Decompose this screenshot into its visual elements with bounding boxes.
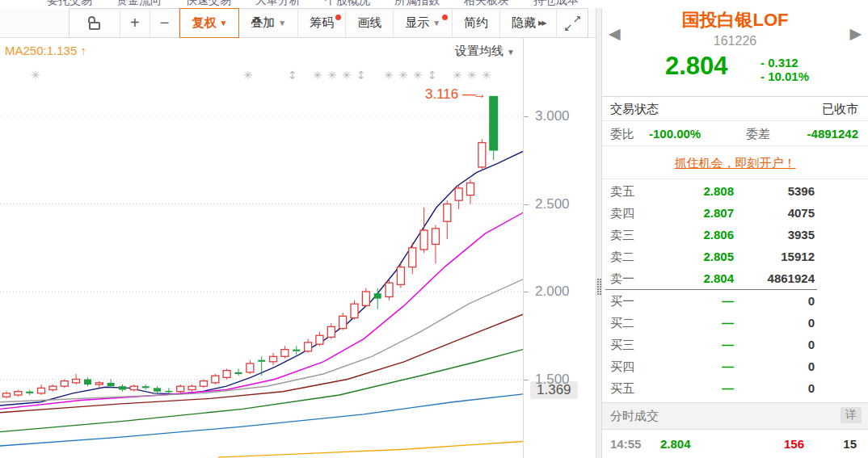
stock-code: 161226 bbox=[602, 34, 868, 48]
kline-chart[interactable]: MA250:1.135 ↑ 设置均线▼ ✳✳↕✳✳✳↕✳✳✳↕✳✳✳ 3.116… bbox=[0, 38, 523, 458]
book-price: 2.808 bbox=[651, 180, 734, 202]
dividend-marker-icon[interactable]: ✳ bbox=[413, 69, 423, 82]
quote-panel: ◀ ▶ 国投白银LOF 161226 2.804 - 0.312- 10.01%… bbox=[602, 0, 868, 458]
split-marker-icon[interactable]: ↕ bbox=[428, 69, 437, 82]
book-price: 2.806 bbox=[651, 224, 734, 246]
xianshi-button[interactable]: 显示▼ bbox=[394, 9, 453, 37]
promo-row: 抓住机会，即刻开户！ bbox=[602, 147, 868, 179]
lock-button[interactable] bbox=[70, 9, 120, 37]
book-volume: 4861924 bbox=[734, 267, 815, 289]
menu-item[interactable]: 资金流向 bbox=[116, 0, 162, 8]
jianyue-label: 简约 bbox=[464, 15, 488, 31]
split-marker-icon[interactable]: ↕ bbox=[356, 69, 366, 82]
menu-item[interactable]: 相关板块 bbox=[464, 0, 509, 8]
book-level-label: 买四 bbox=[610, 355, 634, 377]
yincang-button[interactable]: 隐藏▶▶ bbox=[500, 9, 557, 37]
book-price: 2.805 bbox=[651, 246, 734, 267]
axis-tick-label: 2.500 bbox=[535, 196, 570, 212]
sell-row[interactable]: 卖二2.80515912 bbox=[602, 246, 868, 267]
trade-status-value: 已收市 bbox=[822, 97, 858, 121]
weicha-label: 委差 bbox=[746, 122, 770, 146]
yincang-label: 隐藏 bbox=[512, 15, 536, 31]
buy-row[interactable]: 买三—0 bbox=[602, 334, 868, 355]
dividend-marker-icon[interactable]: ✳ bbox=[467, 69, 477, 82]
sell-row[interactable]: 卖三2.8063935 bbox=[602, 224, 868, 246]
book-level-label: 卖四 bbox=[610, 202, 634, 224]
buy-row[interactable]: 买一—0 bbox=[602, 290, 868, 312]
menu-item[interactable]: 个股概况 bbox=[325, 0, 370, 8]
candle bbox=[478, 139, 486, 170]
dividend-marker-icon[interactable]: ✳ bbox=[243, 69, 253, 82]
fullscreen-button[interactable]: ↗ ↙ bbox=[557, 9, 588, 37]
buy-row[interactable]: 买四—0 bbox=[602, 355, 868, 377]
tick-volume: 156 bbox=[756, 431, 804, 458]
high-price-annotation: 3.116 —→ bbox=[425, 86, 483, 103]
huaxian-button[interactable]: 画线 bbox=[346, 9, 394, 37]
tick-detail-button[interactable]: 详 bbox=[841, 407, 862, 423]
sell-row[interactable]: 卖四2.8074075 bbox=[602, 202, 868, 224]
candle bbox=[154, 386, 161, 393]
candle bbox=[281, 346, 289, 358]
candle bbox=[362, 288, 369, 308]
price-change: - 0.312- 10.01% bbox=[761, 56, 809, 83]
ma-blue bbox=[0, 394, 523, 446]
open-account-link[interactable]: 抓住机会，即刻开户！ bbox=[675, 156, 796, 170]
buy-row[interactable]: 买五—0 bbox=[602, 377, 868, 399]
candle bbox=[142, 384, 150, 390]
xianshi-label: 显示 bbox=[405, 15, 429, 31]
dividend-marker-icon[interactable]: ✳ bbox=[342, 69, 352, 82]
menu-item[interactable]: 所属指数 bbox=[394, 0, 440, 8]
book-price: — bbox=[651, 355, 734, 377]
book-level-label: 卖三 bbox=[610, 224, 634, 246]
expand-icon: ↗ bbox=[573, 13, 582, 25]
menu-item[interactable]: 持仓成本 bbox=[533, 0, 579, 8]
weibi-label: 委比 bbox=[610, 122, 634, 146]
price-axis: 1.369 3.0002.5002.0001.500 bbox=[523, 38, 596, 458]
candle bbox=[73, 374, 80, 384]
candle bbox=[3, 392, 11, 399]
axis-tick bbox=[524, 380, 529, 380]
order-book-divider bbox=[605, 289, 817, 290]
tick-row[interactable]: 14:552.80415615 bbox=[602, 431, 868, 458]
buy-row[interactable]: 买二—0 bbox=[602, 312, 868, 334]
dividend-marker-icon[interactable]: ✳ bbox=[453, 69, 462, 82]
tick-count: 15 bbox=[843, 431, 857, 458]
diejia-button[interactable]: 叠加▼ bbox=[239, 9, 298, 37]
dividend-marker-icon[interactable]: ✳ bbox=[384, 69, 394, 82]
menu-item[interactable]: 委托交易 bbox=[47, 0, 92, 8]
candle bbox=[61, 380, 68, 389]
zoom-out-button[interactable]: − bbox=[150, 9, 180, 37]
candle bbox=[246, 360, 254, 374]
dividend-marker-icon[interactable]: ✳ bbox=[327, 69, 337, 82]
menu-item[interactable]: 大单分析 bbox=[255, 0, 301, 8]
ma-orange bbox=[218, 442, 523, 458]
candle bbox=[119, 384, 126, 392]
ma250-indicator-label: MA250:1.135 ↑ bbox=[5, 44, 86, 57]
menu-item[interactable]: 快速交易 bbox=[186, 0, 231, 8]
book-level-label: 买二 bbox=[610, 312, 634, 334]
book-level-label: 买一 bbox=[610, 290, 634, 312]
dividend-marker-icon[interactable]: ✳ bbox=[31, 69, 40, 82]
candle bbox=[351, 300, 358, 320]
weibi-value: -100.00% bbox=[649, 122, 701, 146]
chouma-button[interactable]: 筹码 bbox=[298, 9, 346, 37]
panel-splitter[interactable] bbox=[596, 8, 602, 458]
dividend-marker-icon[interactable]: ✳ bbox=[398, 69, 408, 82]
chouma-label: 筹码 bbox=[310, 15, 334, 31]
toolbar-button-group: + − 复权▼ 叠加▼ 筹码 画线 显示▼ 简约 隐藏▶▶ bbox=[69, 8, 588, 38]
jianyue-button[interactable]: 简约 bbox=[453, 9, 500, 37]
split-marker-icon[interactable]: ↕ bbox=[288, 69, 297, 82]
tick-time: 14:55 bbox=[610, 431, 641, 458]
book-level-label: 卖二 bbox=[610, 246, 634, 267]
dividend-marker-icon[interactable]: ✳ bbox=[313, 69, 322, 82]
sell-row[interactable]: 卖五2.8085396 bbox=[602, 180, 868, 202]
zoom-in-button[interactable]: + bbox=[120, 9, 150, 37]
dividend-marker-icon[interactable]: ✳ bbox=[482, 69, 491, 82]
candle bbox=[444, 200, 451, 239]
candle bbox=[165, 388, 172, 393]
candle bbox=[15, 390, 22, 397]
sell-row[interactable]: 卖一2.8044861924 bbox=[602, 267, 868, 289]
ma-settings-dropdown[interactable]: 设置均线▼ bbox=[455, 44, 515, 59]
fuquan-button[interactable]: 复权▼ bbox=[179, 8, 239, 38]
chevron-down-icon: ▼ bbox=[278, 19, 286, 27]
